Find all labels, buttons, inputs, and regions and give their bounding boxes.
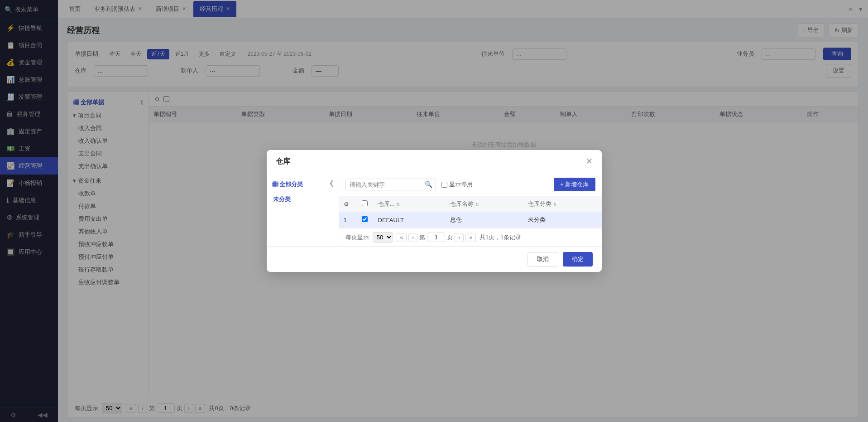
modal-table-header: ⚙ 仓库... ⇅ 仓库名称 ⇅ [339, 196, 602, 212]
sort-icon-name: ⇅ [475, 202, 479, 207]
confirm-button[interactable]: 确定 [563, 252, 593, 267]
modal-pagination: 每页显示 50 « ‹ 第 页 › » 共1页，1条记录 [339, 228, 602, 246]
modal-first-btn[interactable]: « [397, 233, 407, 242]
modal-overlay: 仓库 ✕ ▦ 全部分类 《 未分类 [0, 0, 868, 422]
sort-icon-code: ⇅ [396, 202, 400, 207]
col-checkbox-header [357, 196, 374, 212]
row-code: DEFAULT [374, 212, 446, 228]
col-warehouse-code: 仓库... ⇅ [374, 196, 446, 212]
modal-actions: 取消 确定 [267, 246, 602, 272]
warehouse-modal: 仓库 ✕ ▦ 全部分类 《 未分类 [267, 150, 602, 272]
modal-per-page-select[interactable]: 50 [373, 232, 393, 243]
modal-next-btn[interactable]: › [455, 233, 464, 242]
modal-page-input[interactable] [427, 233, 445, 242]
show-disabled-checkbox[interactable] [441, 182, 447, 188]
row-id: 1 [339, 212, 357, 228]
modal-title: 仓库 [276, 157, 290, 166]
modal-prev-btn[interactable]: ‹ [408, 233, 417, 242]
row-checkbox[interactable] [357, 212, 374, 228]
add-warehouse-button[interactable]: + 新增仓库 [554, 178, 595, 191]
modal-left-panel: ▦ 全部分类 《 未分类 [267, 173, 339, 246]
modal-close-icon[interactable]: ✕ [586, 156, 593, 166]
modal-table-body: 1 DEFAULT 总仓 未分类 [339, 212, 602, 228]
modal-search-input[interactable] [350, 181, 422, 188]
modal-last-btn[interactable]: » [465, 233, 476, 242]
modal-left-header: ▦ 全部分类 《 [267, 178, 339, 193]
modal-left-items: 未分类 [267, 193, 339, 206]
modal-search-box: 🔍 [345, 179, 436, 190]
modal-select-all[interactable] [362, 200, 368, 206]
modal-right-panel: 🔍 显示停用 + 新增仓库 ⚙ [339, 173, 602, 246]
row-name: 总仓 [446, 212, 523, 228]
modal-left-item-未分类[interactable]: 未分类 [267, 193, 339, 206]
modal-row-1[interactable]: 1 DEFAULT 总仓 未分类 [339, 212, 602, 228]
show-disabled-label[interactable]: 显示停用 [441, 180, 473, 189]
modal-left-collapse-icon[interactable]: 《 [326, 179, 333, 189]
modal-table: ⚙ 仓库... ⇅ 仓库名称 ⇅ [339, 196, 602, 228]
modal-toolbar-left: 🔍 显示停用 [345, 179, 473, 190]
row-category: 未分类 [523, 212, 601, 228]
modal-body: ▦ 全部分类 《 未分类 🔍 [267, 173, 602, 246]
col-warehouse-name: 仓库名称 ⇅ [446, 196, 523, 212]
cancel-button[interactable]: 取消 [528, 252, 558, 267]
modal-toolbar: 🔍 显示停用 + 新增仓库 [339, 173, 602, 196]
sort-icon-cat: ⇅ [553, 202, 557, 207]
modal-search-icon: 🔍 [425, 181, 432, 188]
col-warehouse-category: 仓库分类 ⇅ [523, 196, 601, 212]
modal-table-wrapper: ⚙ 仓库... ⇅ 仓库名称 ⇅ [339, 196, 602, 228]
col-gear: ⚙ [339, 196, 357, 212]
modal-all-category-label[interactable]: ▦ 全部分类 [272, 180, 303, 189]
modal-page-nav: « ‹ 第 页 › » [397, 233, 476, 242]
modal-header: 仓库 ✕ [267, 150, 602, 173]
grid-icon-modal: ▦ [272, 181, 278, 188]
